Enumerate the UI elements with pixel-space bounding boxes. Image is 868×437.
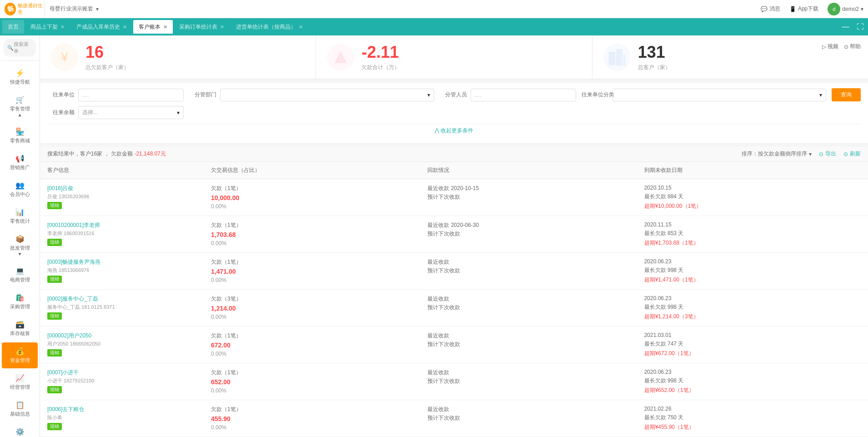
repayment-date-00010200001: 最近收款 2020-06-30 [427, 221, 644, 229]
sidebar-item-purchase[interactable]: 🛍️ 采购管理 [2, 289, 38, 315]
result-debt-amount: -21,148.07元 [134, 151, 166, 157]
filter-unit-class-arrow-icon: ▾ [819, 92, 822, 98]
debt-info-0002: 欠款（3笔） 1,214.00 0.00% [211, 295, 427, 320]
filter-unit-class-select[interactable]: ▾ [612, 89, 827, 101]
table-header: 客户信息 欠交易信息（占比） 回款情况 到期未收款日期 [40, 162, 868, 179]
customer-name-0006[interactable]: [0006]去下粮仓 [47, 406, 211, 413]
app-download-button[interactable]: 📱 App下载 [789, 5, 818, 13]
tab-product-on-off[interactable]: 商品上下架 ✕ [25, 20, 70, 34]
tab-production-history-close[interactable]: ✕ [123, 24, 127, 30]
help-label: 帮助 [850, 43, 861, 50]
sidebar-item-marketing[interactable]: 📢 营销推广 [2, 150, 38, 176]
tab-inbound-stat[interactable]: 进货单统计表（按商品） ✕ [231, 20, 308, 34]
view-video-button[interactable]: ▷ 视频 [822, 43, 838, 50]
sidebar-search: 🔍 搜索菜单 [0, 35, 40, 60]
tab-bar-actions: — ⛶ [840, 23, 866, 31]
customer-name-0016[interactable]: [0016]吕俊 [47, 185, 211, 192]
sidebar-item-retail-stat[interactable]: 📊 零售统计 [2, 203, 38, 229]
sidebar-item-basic-info[interactable]: 📋 基础信息 [2, 396, 38, 422]
customer-tag-00010200001: 现销 [47, 239, 62, 246]
sidebar-item-ops-mgmt[interactable]: 📈 经营管理 [2, 369, 38, 395]
customer-info-0003: [0003]畅捷服务尹海燕 海燕 18513066976 现销 [47, 258, 211, 283]
customer-name-000002[interactable]: [000002]用户2050 [47, 332, 211, 340]
filter-balance-select[interactable]: 选择... ▾ [78, 106, 184, 119]
filter-dept-select[interactable]: ▾ [220, 89, 434, 101]
tab-fullscreen-button[interactable]: ⛶ [855, 23, 866, 31]
collapse-label: 收起更多条件 [441, 127, 473, 134]
customer-name-00010200001[interactable]: [00010200001]李老师 [47, 221, 211, 229]
user-menu[interactable]: d demo2 ▾ [828, 3, 863, 15]
tab-inbound-stat-close[interactable]: ✕ [299, 24, 303, 30]
tab-purchase-order-stat[interactable]: 采购订单统计表 ✕ [174, 20, 230, 34]
sidebar-search-box[interactable]: 🔍 搜索菜单 [4, 39, 36, 56]
card-debt-amount-value: -2.11 [361, 43, 400, 62]
help-button[interactable]: ⊙ 帮助 [844, 43, 861, 50]
message-button[interactable]: 💬 消息 [761, 5, 780, 13]
overdue-info-0006: 2021.02.26 最长欠款 750 天 超期¥455.90（1笔） [644, 406, 861, 431]
tab-customer-account-label: 客户账本 [139, 23, 161, 31]
sort-select[interactable]: 排序：按欠款金额倒序排序 ▾ [742, 150, 812, 158]
svg-rect-2 [616, 49, 622, 65]
search-button[interactable]: 查询 [832, 88, 861, 101]
retail-stat-icon: 📊 [15, 208, 25, 216]
sidebar-item-finance[interactable]: 💰 资金管理 [2, 342, 38, 368]
company-selector[interactable]: 母婴行业演示账套 ▾ [45, 0, 117, 18]
tab-customer-account[interactable]: 客户账本 ✕ [133, 20, 173, 34]
customer-name-0003[interactable]: [0003]畅捷服务尹海燕 [47, 258, 211, 266]
sidebar-item-sys-mgmt[interactable]: ⚙️ 系统管理 [2, 423, 38, 437]
filter-unit-class: 往来单位分类 ▾ [582, 89, 827, 101]
search-icon: 🔍 [7, 45, 14, 51]
card-total-customers-label: 总客户（家） [638, 64, 671, 71]
customer-name-0007[interactable]: [0007]小进干 [47, 369, 211, 377]
col-header-overdue: 到期未收款日期 [644, 166, 861, 174]
filter-person: 分管人员 ... [440, 89, 576, 101]
sidebar-item-retail-mgmt[interactable]: 🛒 零售管理 ▲ [2, 91, 38, 122]
top-bar: 畅 畅捷通好生意 母婴行业演示账套 ▾ 💬 消息 📱 App下载 d demo2… [0, 0, 868, 18]
refresh-button[interactable]: ⊙ 刷新 [843, 150, 861, 158]
customer-phone-0002: 服务中心_丁磊 181 0125 8371 [47, 304, 211, 311]
filter-source-unit-input[interactable]: ... [78, 89, 184, 101]
sidebar-item-batch-mgmt[interactable]: 📦 批发管理 ▼ [2, 230, 38, 261]
sidebar-item-inventory[interactable]: 🗃️ 库存核算 [2, 316, 38, 342]
finance-icon: 💰 [15, 347, 25, 356]
sidebar-item-ecommerce[interactable]: 💻 电商管理 [2, 262, 38, 288]
card-total-customers-actions: ▷ 视频 ⊙ 帮助 [822, 43, 861, 50]
filter-person-label: 分管人员 [440, 91, 467, 99]
sidebar-item-member[interactable]: 👥 会员中心 [2, 176, 38, 202]
result-debt-label: ， [104, 151, 110, 157]
card-total-customers: 131 总客户（家） ▷ 视频 ⊙ 帮助 [592, 35, 868, 79]
purchase-icon: 🛍️ [15, 293, 25, 302]
ecommerce-icon: 💻 [15, 266, 25, 275]
tab-home[interactable]: 首页 [2, 20, 24, 34]
customer-phone-000002: 用户2050 18665062050 [47, 341, 211, 347]
repayment-info-00010200001: 最近收款 2020-06-30 预计下次收款 [427, 221, 644, 238]
debt-info-000002: 欠款（1笔） 672.00 0.00% [211, 332, 427, 357]
tab-production-history[interactable]: 产成品入库单历史 ✕ [71, 20, 132, 34]
tab-minimize-button[interactable]: — [840, 23, 851, 31]
table-row: [000002]用户2050 用户2050 18665062050 现销 欠款（… [40, 326, 868, 363]
sidebar-item-finance-label: 资金管理 [10, 357, 30, 364]
filter-person-input[interactable]: ... [471, 89, 576, 101]
filter-person-dots: ... [475, 92, 482, 98]
overdue-amount-0016[interactable]: 超期¥10,000.00（1笔） [644, 202, 861, 210]
overdue-info-000002: 2021.03.01 最长欠款 747 天 超期¥672.00（1笔） [644, 332, 861, 357]
sidebar-item-quick-nav[interactable]: ⚡ 快捷导航 [2, 64, 38, 90]
table-row: [0006]去下粮仓 陈小希 现销 欠款（1笔） 455.90 0.00% 最近… [40, 400, 868, 437]
tab-product-on-off-close[interactable]: ✕ [60, 24, 65, 30]
user-chevron-icon: ▾ [861, 6, 863, 12]
view-video-label: 视频 [828, 43, 838, 50]
export-button[interactable]: ⊙ 导出 [819, 150, 836, 158]
tab-purchase-order-stat-close[interactable]: ✕ [220, 24, 224, 30]
tab-bar: 首页 商品上下架 ✕ 产成品入库单历史 ✕ 客户账本 ✕ 采购订单统计表 ✕ 进… [0, 18, 868, 35]
filter-area: 往来单位 ... 分管部门 ▾ 分管人员 ... [40, 83, 868, 143]
retail-store-icon: 🏪 [15, 127, 25, 136]
filter-source-unit-dots: ... [82, 92, 90, 98]
customer-name-0002[interactable]: [0002]服务中心_丁磊 [47, 295, 211, 303]
sidebar-item-retail-store[interactable]: 🏪 零售商城 [2, 123, 38, 149]
collapse-button[interactable]: ⋀ 收起更多条件 [47, 124, 861, 137]
filter-row-2: 往来余额 选择... ▾ [47, 106, 861, 119]
tab-customer-account-close[interactable]: ✕ [163, 24, 167, 30]
customer-phone-0007: 小进干 18279152100 [47, 377, 211, 384]
sys-mgmt-icon: ⚙️ [15, 427, 25, 436]
sidebar-item-batch-mgmt-label: 批发管理 [10, 245, 30, 251]
